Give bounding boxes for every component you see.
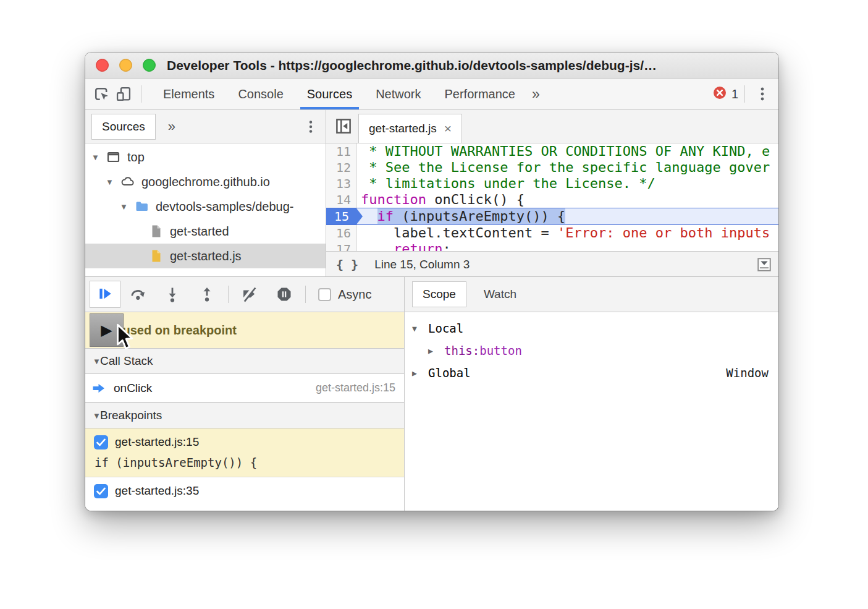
debug-toolbar-divider: [305, 286, 306, 303]
execution-line-badge: 15: [326, 208, 363, 224]
debugger-bottom-split: Async Paused on breakpoint ▼ Call Stack …: [85, 277, 778, 511]
deactivate-breakpoints-icon[interactable]: [240, 285, 259, 304]
sources-navigator-tab[interactable]: Sources: [91, 114, 156, 140]
breakpoint-code-snippet: if (inputsAreEmpty()) {: [85, 456, 404, 477]
tab-network[interactable]: Network: [364, 79, 432, 109]
pretty-print-icon[interactable]: { }: [336, 257, 358, 272]
async-checkbox[interactable]: [318, 288, 331, 301]
devtools-window: Developer Tools - https://googlechrome.g…: [85, 53, 778, 511]
code-line-16[interactable]: 16 label.textContent = 'Error: one or bo…: [326, 225, 778, 241]
call-stack-title: Call Stack: [100, 354, 153, 368]
editor-tab[interactable]: get-started.js ×: [358, 114, 462, 143]
code-line-14[interactable]: 14function onClick() {: [326, 192, 778, 208]
debug-toolbar: Async: [85, 277, 404, 312]
navigator-kebab-menu-icon[interactable]: [301, 117, 321, 137]
breakpoint-checkbox[interactable]: [94, 484, 108, 498]
expanded-triangle-icon[interactable]: ▼: [412, 324, 428, 333]
code-line-15[interactable]: 15 if (inputsAreEmpty()) {: [326, 208, 778, 225]
tree-item-top[interactable]: ▼top: [85, 145, 326, 169]
line-number-14[interactable]: 14: [326, 192, 357, 208]
collapse-triangle-icon: ▼: [85, 357, 100, 366]
cursor-position: Line 15, Column 3: [374, 258, 470, 271]
collapsed-triangle-icon[interactable]: ▶: [412, 368, 428, 378]
inspect-element-icon[interactable]: [90, 83, 112, 105]
line-number-15[interactable]: 15: [326, 208, 357, 224]
line-number-12[interactable]: 12: [326, 160, 357, 176]
error-count-badge[interactable]: 1: [713, 86, 738, 102]
breakpoint-row: get-started.js:35: [85, 477, 404, 505]
tab-watch[interactable]: Watch: [484, 287, 516, 301]
step-out-icon[interactable]: [198, 285, 216, 304]
step-into-icon[interactable]: [163, 285, 182, 304]
call-stack-list: onClickget-started.js:15: [85, 374, 404, 402]
breakpoints-header[interactable]: ▼ Breakpoints: [85, 402, 404, 428]
code-editor[interactable]: 11 * WITHOUT WARRANTIES OR CONDITIONS OF…: [326, 143, 778, 251]
code-token: ;: [442, 241, 450, 251]
expanded-triangle-icon[interactable]: ▼: [106, 177, 120, 187]
editor-tabbar: get-started.js ×: [326, 110, 778, 143]
code-line-12[interactable]: 12 * See the License for the specific la…: [326, 160, 778, 176]
tab-console[interactable]: Console: [226, 79, 295, 109]
tab-scope[interactable]: Scope: [412, 281, 466, 307]
scope-separator: :: [473, 344, 479, 357]
tree-item-googlechrome-github-io[interactable]: ▼googlechrome.github.io: [85, 169, 326, 194]
tree-item-get-started[interactable]: get-started: [85, 219, 326, 244]
device-toolbar-icon[interactable]: [112, 83, 135, 105]
scope-row-global[interactable]: ▶GlobalWindow: [405, 362, 778, 384]
breakpoint-checkbox[interactable]: [94, 435, 108, 449]
toggle-navigator-icon[interactable]: [331, 114, 356, 138]
expanded-triangle-icon[interactable]: ▼: [91, 153, 106, 162]
line-number-17[interactable]: 17: [326, 241, 357, 251]
collapsed-triangle-icon[interactable]: ▶: [428, 346, 444, 356]
tab-performance[interactable]: Performance: [433, 79, 528, 109]
screen: Developer Tools - https://googlechrome.g…: [0, 0, 868, 609]
resume-icon: [97, 286, 113, 304]
breakpoints-list: get-started.js:15if (inputsAreEmpty()) {…: [85, 428, 404, 505]
code-token: (inputsAreEmpty()) {: [394, 208, 565, 224]
scope-row-local[interactable]: ▼Local: [405, 317, 778, 339]
expanded-triangle-icon[interactable]: ▼: [120, 202, 134, 211]
code-token: 'Error: one or both inputs: [557, 225, 770, 241]
line-number-16[interactable]: 16: [326, 225, 357, 241]
call-stack-header[interactable]: ▼ Call Stack: [85, 348, 404, 374]
breakpoint-entry[interactable]: get-started.js:15if (inputsAreEmpty()) {: [85, 428, 404, 477]
cloud-icon: [120, 174, 136, 189]
breakpoint-entry[interactable]: get-started.js:35: [85, 477, 404, 505]
more-panels-icon[interactable]: »: [532, 86, 540, 103]
line-number-11[interactable]: 11: [326, 143, 357, 160]
minimize-window-button[interactable]: [119, 59, 132, 72]
navigator-sidebar: Sources » ▼top▼googlechrome.github.io▼de…: [85, 110, 326, 276]
tree-item-get-started-js[interactable]: get-started.js: [85, 244, 326, 268]
step-over-icon[interactable]: [129, 285, 147, 304]
zoom-window-button[interactable]: [143, 59, 156, 72]
scope-tree: ▼Local▶this: button▶GlobalWindow: [405, 312, 778, 511]
active-frame-arrow-icon: [91, 382, 107, 394]
scope-value: button: [479, 344, 522, 357]
tree-item-label: googlechrome.github.io: [141, 175, 270, 189]
navigator-more-tabs-icon[interactable]: »: [168, 119, 175, 135]
main-tabs: ElementsConsoleSourcesNetworkPerformance: [151, 79, 527, 109]
code-line-17[interactable]: 17 return;: [326, 241, 778, 251]
error-count: 1: [731, 87, 738, 101]
call-stack-frame[interactable]: onClickget-started.js:15: [85, 374, 404, 402]
tree-item-devtools-samples-debug-[interactable]: ▼devtools-samples/debug-: [85, 194, 326, 219]
line-number-13[interactable]: 13: [326, 176, 357, 192]
panel-dropdown-icon[interactable]: [756, 257, 772, 273]
resume-button[interactable]: [90, 281, 120, 308]
close-tab-icon[interactable]: ×: [444, 121, 452, 136]
breakpoint-location: get-started.js:35: [115, 484, 199, 498]
scope-row-this[interactable]: ▶this: button: [405, 339, 778, 362]
folder-icon: [134, 199, 150, 214]
traffic-lights: [96, 59, 156, 72]
frame-icon: [106, 150, 122, 164]
editor-statusbar: { } Line 15, Column 3: [326, 251, 778, 276]
toolbar-divider: [744, 85, 745, 103]
tab-sources[interactable]: Sources: [295, 79, 364, 109]
code-line-11[interactable]: 11 * WITHOUT WARRANTIES OR CONDITIONS OF…: [326, 143, 778, 160]
code-token: if: [377, 208, 394, 224]
pause-on-exceptions-icon[interactable]: [275, 285, 293, 304]
code-line-13[interactable]: 13 * limitations under the License. */: [326, 176, 778, 192]
close-window-button[interactable]: [96, 59, 109, 72]
kebab-menu-icon[interactable]: [751, 83, 773, 105]
tab-elements[interactable]: Elements: [151, 79, 226, 109]
